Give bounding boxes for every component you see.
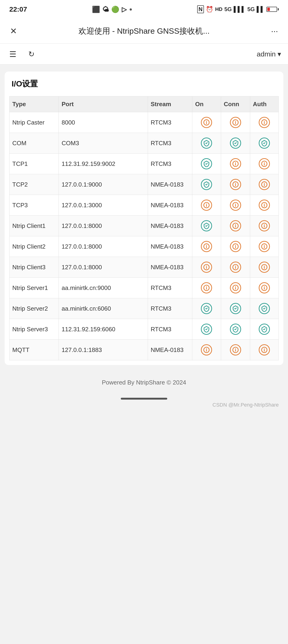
scroll-bar-indicator[interactable] (121, 398, 167, 400)
cell-stream: RTCM3 (148, 298, 192, 319)
cell-conn[interactable] (221, 216, 250, 236)
cell-type: COM (10, 133, 59, 154)
cell-auth[interactable] (250, 174, 278, 195)
cell-on[interactable] (192, 278, 221, 298)
table-row[interactable]: Ntrip Client1127.0.0.1:8000NMEA-0183 (10, 216, 279, 236)
watermark: CSDN @Mr.Peng-NtripShare (5, 402, 283, 412)
cell-conn[interactable] (221, 154, 250, 174)
cell-on[interactable] (192, 154, 221, 174)
admin-menu-button[interactable]: admin ▾ (257, 50, 281, 58)
info-icon (259, 158, 270, 169)
info-icon (201, 282, 212, 294)
secondary-nav: ☰ ↻ admin ▾ (0, 44, 288, 64)
cell-stream: RTCM3 (148, 278, 192, 298)
cell-type: Ntrip Client1 (10, 216, 59, 236)
cell-conn[interactable] (221, 340, 250, 360)
cell-auth[interactable] (250, 236, 278, 257)
col-header-auth: Auth (250, 96, 278, 112)
cell-port: 112.31.92.159:9002 (59, 154, 148, 174)
signal-bars-icon: ▌▌▌ (234, 6, 246, 12)
cell-auth[interactable] (250, 112, 278, 133)
admin-label: admin (257, 50, 276, 58)
cell-on[interactable] (192, 319, 221, 340)
nfc-icon: N (197, 5, 204, 13)
signal-5g-icon: 5G (224, 6, 232, 12)
cell-stream: RTCM3 (148, 112, 192, 133)
cell-auth[interactable] (250, 257, 278, 278)
cell-conn[interactable] (221, 133, 250, 154)
cell-auth[interactable] (250, 216, 278, 236)
table-row[interactable]: TCP2127.0.0.1:9000NMEA-0183 (10, 174, 279, 195)
cell-on[interactable] (192, 174, 221, 195)
info-icon (230, 282, 241, 294)
shield-check-icon (259, 138, 270, 149)
cell-conn[interactable] (221, 257, 250, 278)
cell-auth[interactable] (250, 133, 278, 154)
table-row[interactable]: Ntrip Caster8000RTCM3 (10, 112, 279, 133)
table-row[interactable]: TCP3127.0.0.1:3000NMEA-0183 (10, 195, 279, 216)
cell-on[interactable] (192, 216, 221, 236)
cell-type: TCP3 (10, 195, 59, 216)
cell-stream: RTCM3 (148, 133, 192, 154)
cell-on[interactable] (192, 236, 221, 257)
cell-on[interactable] (192, 133, 221, 154)
cell-conn[interactable] (221, 112, 250, 133)
cell-auth[interactable] (250, 298, 278, 319)
cell-conn[interactable] (221, 236, 250, 257)
table-row[interactable]: Ntrip Client3127.0.0.1:8000NMEA-0183 (10, 257, 279, 278)
status-time: 22:07 (9, 5, 27, 13)
col-header-port: Port (59, 96, 148, 112)
cell-conn[interactable] (221, 278, 250, 298)
shield-check-icon (230, 138, 241, 149)
cell-on[interactable] (192, 112, 221, 133)
shield-check-icon (230, 324, 241, 335)
info-icon (201, 262, 212, 273)
hamburger-menu-button[interactable]: ☰ (7, 48, 18, 60)
cell-on[interactable] (192, 257, 221, 278)
status-icons: ⬛ 🌤 🟢 ▷ ● (92, 6, 132, 13)
shield-check-icon (201, 158, 212, 169)
close-button[interactable]: ✕ (7, 25, 20, 38)
refresh-button[interactable]: ↻ (26, 48, 37, 60)
cell-port: COM3 (59, 133, 148, 154)
cell-port: 127.0.0.1:1883 (59, 340, 148, 360)
info-icon (259, 220, 270, 232)
cell-port: 112.31.92.159:6060 (59, 319, 148, 340)
table-row[interactable]: MQTT127.0.0.1:1883NMEA-0183 (10, 340, 279, 360)
signal-bars-2-icon: ▌▌ (257, 6, 264, 12)
info-icon (230, 262, 241, 273)
col-header-conn: Conn (221, 96, 250, 112)
info-icon (259, 344, 270, 356)
cell-auth[interactable] (250, 319, 278, 340)
cell-auth[interactable] (250, 154, 278, 174)
shield-check-icon (230, 303, 241, 314)
cell-conn[interactable] (221, 298, 250, 319)
table-row[interactable]: Ntrip Client2127.0.0.1:8000NMEA-0183 (10, 236, 279, 257)
info-icon (230, 220, 241, 232)
table-row[interactable]: TCP1112.31.92.159:9002RTCM3 (10, 154, 279, 174)
more-options-button[interactable]: ··· (268, 25, 281, 38)
page-title: 欢迎使用 - NtripShare GNSS接收机... (24, 26, 264, 36)
chevron-down-icon: ▾ (278, 50, 281, 58)
table-row[interactable]: Ntrip Server3112.31.92.159:6060RTCM3 (10, 319, 279, 340)
cell-on[interactable] (192, 195, 221, 216)
cell-conn[interactable] (221, 195, 250, 216)
cell-on[interactable] (192, 298, 221, 319)
cell-port: 127.0.0.1:8000 (59, 257, 148, 278)
cell-conn[interactable] (221, 319, 250, 340)
cell-auth[interactable] (250, 340, 278, 360)
table-row[interactable]: Ntrip Server1aa.minirtk.cn:9000RTCM3 (10, 278, 279, 298)
table-header-row: Type Port Stream On Conn Auth (10, 96, 279, 112)
cell-conn[interactable] (221, 174, 250, 195)
cell-auth[interactable] (250, 195, 278, 216)
table-row[interactable]: Ntrip Server2aa.minirtk.cn:6060RTCM3 (10, 298, 279, 319)
alarm-icon: ⏰ (206, 6, 213, 13)
cell-on[interactable] (192, 340, 221, 360)
cell-auth[interactable] (250, 278, 278, 298)
weather-icon: 🌤 (102, 6, 109, 13)
app-icon-3: 🟢 (111, 6, 120, 13)
cell-stream: RTCM3 (148, 319, 192, 340)
cell-stream: NMEA-0183 (148, 174, 192, 195)
shield-check-icon (259, 324, 270, 335)
table-row[interactable]: COMCOM3RTCM3 (10, 133, 279, 154)
